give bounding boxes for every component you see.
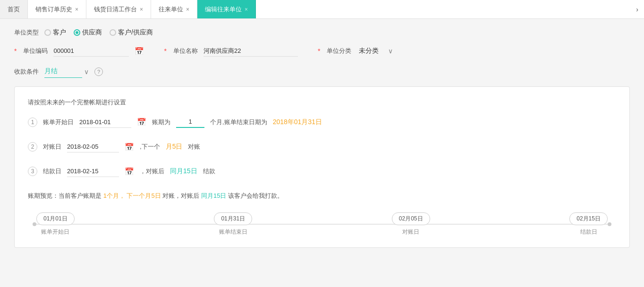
required-star-code: * [14,47,17,55]
tab-partner[interactable]: 往来单位 × [151,0,197,18]
calendar-icon-start[interactable]: 📅 [137,118,146,127]
required-star-category: * [318,47,320,55]
preview-section: 账期预览：当前客户账期是 1个月， 下一个月5日 对账，对账后 同月15日 该客… [28,190,616,201]
row-num-3: 3 [28,167,37,176]
tab-more-button[interactable]: › [630,0,644,18]
unit-category-label: 单位分类 [327,47,351,55]
row-label-reconcile: 对账日 [43,143,61,151]
chevron-right-icon: › [636,6,638,13]
payment-condition-row: 收款条件 月结 ∨ ? [14,65,630,78]
tab-sales-history[interactable]: 销售订单历史 × [28,0,86,18]
period-label: 账期为 [152,118,170,127]
radio-customer-supplier[interactable]: 客户/供应商 [110,28,153,37]
payment-suffix: 结款 [203,167,215,176]
row-label-payment: 结款日 [43,167,61,176]
end-date-highlight: 2018年01月31日 [273,118,322,127]
start-date-input[interactable] [79,117,131,128]
tab-edit-partner[interactable]: 编辑往来单位 × [197,0,256,18]
radio-circle-customer [44,29,51,36]
close-tab-cash-work[interactable]: × [140,6,143,13]
payment-highlight: 同月15日 [170,167,197,176]
radio-customer[interactable]: 客户 [44,28,66,37]
row-num-1: 1 [28,118,37,127]
payment-condition-help-icon[interactable]: ? [94,68,103,76]
radio-label-customer-supplier: 客户/供应商 [118,28,153,37]
preview-prefix: 账期预览：当前客户账期是 [28,192,102,199]
tab-home[interactable]: 首页 [0,0,28,18]
radio-label-supplier: 供应商 [82,28,102,37]
setting-row-1: 1 账单开始日 📅 账期为 个月,账单结束日期为 2018年01月31日 [28,116,616,128]
setting-row-3: 3 结款日 📅 ，对账后 同月15日 结款 [28,166,616,177]
reconcile-date-input[interactable] [67,141,119,152]
payment-prefix: ，对账后 [140,167,164,176]
timeline-node-1: 01月01日 账单开始日 [36,212,75,236]
payment-condition-dropdown-icon[interactable]: ∨ [84,68,89,76]
timeline-date-3: 02月05日 [392,212,430,225]
preview-suffix: 该客户会给我打款。 [228,192,283,199]
unit-name-label: 单位名称 [173,47,198,55]
radio-circle-customer-supplier [110,29,116,36]
timeline-label-1: 账单开始日 [41,228,69,236]
timeline-node-4: 02月15日 结款日 [569,212,608,236]
payment-date-input[interactable] [67,166,119,177]
row-label-start: 账单开始日 [43,118,74,127]
timeline-nodes: 01月01日 账单开始日 01月31日 账单结束日 02月05日 对账日 02月… [36,212,608,236]
timeline-start-dot [33,222,36,226]
section-title: 请按照未来的一个完整帐期进行设置 [28,98,616,107]
close-tab-sales-history[interactable]: × [75,6,78,13]
unit-code-label: 单位编码 [23,47,48,55]
unit-name-input[interactable] [203,45,298,57]
timeline-node-2: 01月31日 账单结束日 [214,212,252,236]
payment-condition-value: 月结 [44,65,82,78]
tab-cash-work[interactable]: 钱货日清工作台 × [86,0,151,18]
reconcile-suffix: 对账 [188,143,200,151]
calendar-icon-payment[interactable]: 📅 [125,167,134,176]
period-value-input[interactable] [176,116,204,128]
calendar-icon-code[interactable]: 📅 [135,47,144,56]
unit-category-value: 未分类 [359,47,379,55]
required-star-name: * [164,47,166,55]
main-content: 单位类型 客户 供应商 客户/供应商 * 单位编码 📅 * 单位名称 * 单位分… [0,19,644,287]
radio-label-customer: 客户 [53,28,66,37]
tab-bar: 首页 销售订单历史 × 钱货日清工作台 × 往来单位 × 编辑往来单位 × › [0,0,644,19]
close-tab-edit-partner[interactable]: × [245,6,248,13]
preview-mid: 对账，对账后 [162,192,199,199]
close-tab-partner[interactable]: × [186,6,189,13]
unit-type-row: 单位类型 客户 供应商 客户/供应商 [14,28,630,37]
payment-condition-label: 收款条件 [14,68,39,76]
timeline-track: 01月01日 账单开始日 01月31日 账单结束日 02月05日 对账日 02月… [36,212,608,236]
timeline-label-4: 结款日 [580,228,597,236]
category-dropdown-icon[interactable]: ∨ [388,47,393,55]
timeline-date-4: 02月15日 [569,212,608,225]
period-unit-text: 个月,账单结束日期为 [210,118,267,127]
radio-supplier[interactable]: 供应商 [74,28,102,37]
row-num-2: 2 [28,142,37,152]
timeline-label-3: 对账日 [402,228,419,236]
preview-reconcile: 下一个月5日 [127,192,161,199]
preview-payment: 同月15日 [201,192,226,199]
calendar-icon-reconcile[interactable]: 📅 [125,143,134,152]
payment-condition-select[interactable]: 月结 ∨ [44,65,89,78]
timeline-date-2: 01月31日 [214,212,252,225]
unit-type-radio-group: 客户 供应商 客户/供应商 [44,28,153,37]
setting-row-2: 2 对账日 📅 ,下一个 月5日 对账 [28,141,616,152]
reconcile-prefix: ,下一个 [140,143,160,151]
unit-code-input[interactable] [53,45,129,57]
timeline-label-2: 账单结束日 [219,228,247,236]
timeline-node-3: 02月05日 对账日 [392,212,430,236]
timeline-container: 01月01日 账单开始日 01月31日 账单结束日 02月05日 对账日 02月… [28,212,616,236]
unit-info-row: * 单位编码 📅 * 单位名称 * 单位分类 未分类 ∨ [14,45,630,57]
radio-circle-supplier [74,29,80,36]
preview-period: 1个月， [103,192,125,199]
reconcile-highlight: 月5日 [166,143,183,151]
settings-section: 请按照未来的一个完整帐期进行设置 1 账单开始日 📅 账期为 个月,账单结束日期… [14,86,630,248]
timeline-date-1: 01月01日 [36,212,75,225]
unit-type-label: 单位类型 [14,28,39,37]
timeline-end-dot [608,222,611,226]
